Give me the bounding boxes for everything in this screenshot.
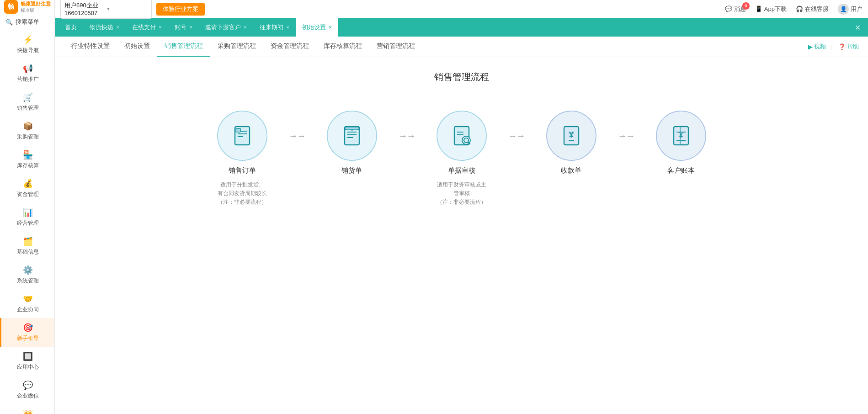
video-icon: ▶ <box>808 43 813 50</box>
top-bar-right: 💬 消息 6 📱 App下载 🎧 在线客服 👤 用户 <box>725 4 863 15</box>
user-selector[interactable]: 用户690企业1660120507 ▼ <box>60 0 152 19</box>
user-selector-arrow-icon: ▼ <box>106 6 148 11</box>
sidebar-item-qiyexietong[interactable]: 🤝 企业协同 <box>0 289 54 318</box>
svg-rect-4 <box>236 128 240 132</box>
flow-step-sales-order-desc: 适用于分批发货、 有合同发货周期较长 （注：非必要流程） <box>218 180 267 207</box>
sales-invoice-icon <box>340 124 364 148</box>
caigou-icon: 📦 <box>23 121 33 131</box>
flow-arrow-2: →→ <box>393 111 421 141</box>
tab-home[interactable]: 首页 <box>59 18 83 37</box>
sidebar-item-caigou[interactable]: 📦 采购管理 <box>0 117 54 145</box>
logo-text: 畅康通好生意 标准版 <box>21 0 51 13</box>
jichu-icon: 🗂️ <box>23 236 33 246</box>
flow-step-account-book-name: 客户账本 <box>667 166 695 175</box>
flow-arrow-3: →→ <box>503 111 530 141</box>
tab-wuliu-close-icon[interactable]: × <box>116 24 119 31</box>
flow-step-account-book: ¥ 客户账本 <box>640 111 722 175</box>
help-btn[interactable]: ❓ 帮助 <box>838 42 859 51</box>
headset-icon: 🎧 <box>796 5 803 12</box>
flow-arrow-4: →→ <box>612 111 640 141</box>
sidebar-item-yingxiao[interactable]: 📢 营销推广 <box>0 59 54 88</box>
flow-circle-receipt[interactable]: ¥ <box>546 111 596 161</box>
flow-circle-sales-order[interactable] <box>217 111 267 161</box>
sub-tab-zijin-flow[interactable]: 资金管理流程 <box>263 37 316 57</box>
qiyexietong-icon: 🤝 <box>23 294 33 304</box>
tab-zhifu[interactable]: 在线支付 × <box>126 18 168 37</box>
sales-order-icon <box>230 124 254 148</box>
tab-wanglai-close-icon[interactable]: × <box>286 24 289 31</box>
message-icon: 💬 <box>725 5 732 12</box>
flow-step-receipt-name: 收款单 <box>561 166 581 175</box>
experience-button[interactable]: 体验行业方案 <box>156 3 205 16</box>
help-icon: ❓ <box>838 43 846 50</box>
sidebar-item-changhyuyan[interactable]: 👑 畅会员 <box>0 404 54 414</box>
sub-tabs-right: ▶ 视频 | ❓ 帮助 <box>808 42 859 51</box>
sidebar-logo: 畅 畅康通好生意 标准版 <box>0 0 54 14</box>
online-service-btn[interactable]: 🎧 在线客服 <box>796 5 829 13</box>
app-download-icon: 📱 <box>755 5 762 12</box>
sub-tabs: 行业特性设置 初始设置 销售管理流程 采购管理流程 资金管理流程 库存核算流程 … <box>55 37 868 57</box>
app-download-btn[interactable]: 📱 App下载 <box>755 5 787 13</box>
sub-tab-yingxiao-flow[interactable]: 营销管理流程 <box>369 37 422 57</box>
nav-tabs: 首页 物流快递 × 在线支付 × 账号 × 邀请下游客户 × 往来期初 × 初始… <box>55 18 868 37</box>
search-icon: 🔍 <box>5 19 13 26</box>
qiyeweixin-icon: 💬 <box>23 380 33 390</box>
tab-zhifu-close-icon[interactable]: × <box>159 24 162 31</box>
tab-wanglai[interactable]: 往来期初 × <box>253 18 296 37</box>
flow-step-audit-name: 单据审核 <box>448 166 475 175</box>
flow-step-sales-order: 销售订单 适用于分批发货、 有合同发货周期较长 （注：非必要流程） <box>201 111 283 207</box>
sidebar-item-xitong[interactable]: ⚙️ 系统管理 <box>0 260 54 289</box>
sub-tab-caigou-flow[interactable]: 采购管理流程 <box>210 37 263 57</box>
sidebar-item-kuaijie[interactable]: ⚡ 快捷导航 <box>0 30 54 59</box>
sub-tab-xiaoshou-flow[interactable]: 销售管理流程 <box>157 37 210 57</box>
tab-zhanghao-close-icon[interactable]: × <box>189 24 192 31</box>
flow-step-sales-invoice-name: 销货单 <box>341 166 362 175</box>
flow-title: 销售管理流程 <box>64 71 859 83</box>
sub-tab-kucun-flow[interactable]: 库存核算流程 <box>316 37 369 57</box>
sidebar: 畅 畅康通好生意 标准版 🔍 搜索菜单 ⚡ 快捷导航 📢 营销推广 🛒 销售管理… <box>0 0 55 414</box>
sidebar-item-qiyeweixin[interactable]: 💬 企业微信 <box>0 376 54 404</box>
sidebar-item-xinshouyindao[interactable]: 🎯 新手引导 <box>0 318 54 347</box>
tab-yaoqing-close-icon[interactable]: × <box>244 24 247 31</box>
tab-wuliu[interactable]: 物流快递 × <box>83 18 126 37</box>
flow-step-sales-order-name: 销售订单 <box>229 166 256 175</box>
sidebar-item-yingyongzhongxin[interactable]: 🔲 应用中心 <box>0 347 54 376</box>
xiaoshou-icon: 🛒 <box>23 92 33 102</box>
xinshouyindao-icon: 🎯 <box>23 323 33 333</box>
zijin-icon: 💰 <box>23 179 33 189</box>
flow-arrow-1: →→ <box>283 111 311 141</box>
sidebar-item-zijin[interactable]: 💰 资金管理 <box>0 174 54 203</box>
sub-tab-hangye[interactable]: 行业特性设置 <box>64 37 117 57</box>
search-menu[interactable]: 🔍 搜索菜单 <box>0 14 54 30</box>
avatar: 👤 <box>838 4 849 15</box>
top-bar: 用户690企业1660120507 ▼ 体验行业方案 💬 消息 6 📱 App下… <box>55 0 868 18</box>
jingying-icon: 📊 <box>23 207 33 218</box>
kuaijie-icon: ⚡ <box>23 35 33 45</box>
close-all-tabs-icon[interactable]: ✕ <box>851 23 864 32</box>
flow-circle-sales-invoice[interactable] <box>327 111 377 161</box>
sub-tab-chushi[interactable]: 初始设置 <box>117 37 157 57</box>
flow-circle-account-book[interactable]: ¥ <box>656 111 706 161</box>
tab-chushishezhi[interactable]: 初始设置 × <box>296 18 338 37</box>
message-btn[interactable]: 💬 消息 6 <box>725 5 746 13</box>
flow-step-audit: 单据审核 适用于财务审核或主 管审核 （注：非必要流程） <box>421 111 503 207</box>
changhyuyan-icon: 👑 <box>23 409 33 414</box>
tab-yaoqing[interactable]: 邀请下游客户 × <box>199 18 253 37</box>
flow-circle-audit[interactable] <box>437 111 487 161</box>
tab-chushishezhi-close-icon[interactable]: × <box>329 24 332 31</box>
main-content: 行业特性设置 初始设置 销售管理流程 采购管理流程 资金管理流程 库存核算流程 … <box>55 37 868 414</box>
kucun-icon: 🏪 <box>23 150 33 160</box>
flow-step-receipt: ¥ 收款单 <box>530 111 612 175</box>
tab-zhanghao[interactable]: 账号 × <box>168 18 199 37</box>
sidebar-item-xiaoshou[interactable]: 🛒 销售管理 <box>0 88 54 117</box>
video-help-btn[interactable]: ▶ 视频 <box>808 42 826 51</box>
flow-step-audit-desc: 适用于财务审核或主 管审核 （注：非必要流程） <box>437 180 486 207</box>
sidebar-item-kucun[interactable]: 🏪 库存核算 <box>0 145 54 174</box>
yingxiao-icon: 📢 <box>23 64 33 74</box>
flow-step-sales-invoice: 销货单 <box>311 111 393 175</box>
svg-text:¥: ¥ <box>569 130 573 139</box>
sidebar-item-jichu[interactable]: 🗂️ 基础信息 <box>0 232 54 260</box>
yingyongzhongxin-icon: 🔲 <box>23 351 33 361</box>
user-profile-btn[interactable]: 👤 用户 <box>838 4 863 15</box>
sidebar-item-jingying[interactable]: 📊 经营管理 <box>0 203 54 232</box>
